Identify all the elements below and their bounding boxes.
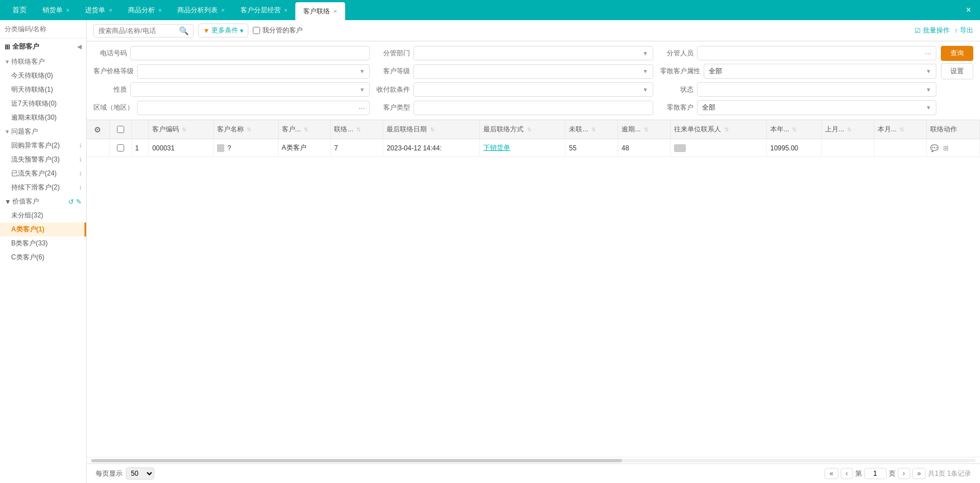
sort-last-month-icon[interactable]: ⇅ [847,126,851,132]
nav-analysis-list[interactable]: 商品分析列表 × [169,0,232,20]
batch-icon: ☑ [915,27,921,35]
col-contact-count[interactable]: 联络... ⇅ [331,120,383,139]
col-customer-type[interactable]: 客户... ⇅ [278,120,331,139]
nav-customer-segment[interactable]: 客户分层经营 × [233,0,295,20]
col-name[interactable]: 客户名称 ⇅ [213,120,278,139]
sort-date-icon[interactable]: ⇅ [430,126,435,132]
dept-select[interactable]: ▼ [413,46,653,60]
my-customers-checkbox[interactable] [253,27,260,34]
sort-unit-icon[interactable]: ⇅ [724,126,729,132]
payment-select[interactable]: ▼ [413,82,653,97]
phone-input[interactable] [130,46,370,60]
search-button[interactable]: 查询 [941,46,973,61]
col-code[interactable]: 客户编码 ⇅ [149,120,214,139]
sort-no-contact-icon[interactable]: ⇅ [591,126,596,132]
sort-overdue-icon[interactable]: ⇅ [644,126,648,132]
nav-home[interactable]: 首页 [4,0,35,20]
comment-action-icon[interactable]: 💬 [930,144,939,152]
collapse-sidebar-icon[interactable]: ◀ [77,44,82,50]
sidebar-item-repurchase-anomaly[interactable]: 回购异常客户(2) ℹ [0,139,86,153]
nav-analysis[interactable]: 商品分析 × [120,0,169,20]
close-sales-tab[interactable]: × [66,7,69,13]
sidebar-item-declining[interactable]: 持续下滑客户(2) ℹ [0,181,86,195]
nature-select[interactable]: ▼ [130,82,370,97]
retail-customer-select[interactable]: 全部 ▼ [697,100,936,115]
col-settings[interactable]: ⚙ [87,120,109,139]
filter-more-btn[interactable]: ▼ 更多条件 ▾ [198,23,248,37]
row-last-method-cell[interactable]: 下销货单 [480,139,566,157]
sidebar-search-input[interactable] [4,25,87,33]
sidebar-item-7days[interactable]: 近7天待联络(0) [0,97,86,111]
refresh-icon[interactable]: ↺ [68,198,74,206]
close-all-btn[interactable]: × [962,5,976,15]
last-page-btn[interactable]: » [912,468,926,479]
col-unit-contact[interactable]: 往来单位联系人 ⇅ [671,120,767,139]
close-customer-segment-tab[interactable]: × [284,7,288,13]
sort-year-icon[interactable]: ⇅ [792,126,797,132]
sidebar-item-unclassified[interactable]: 未分组(32) [0,209,86,222]
sort-name-icon[interactable]: ⇅ [247,126,251,132]
sidebar-item-churned[interactable]: 已流失客户(24) ℹ [0,167,86,181]
col-last-month[interactable]: 上月... ⇅ [822,120,874,139]
nav-sales[interactable]: 销货单 × [35,0,77,20]
col-last-contact-date[interactable]: 最后联络日期 ⇅ [383,120,480,139]
settings-button[interactable]: 设置 [941,63,973,79]
close-purchase-tab[interactable]: × [109,7,112,13]
sidebar-item-churn-warning[interactable]: 流失预警客户(3) ℹ [0,153,86,167]
problem-customers-group[interactable]: ▼ 问题客户 [0,125,86,139]
pending-contact-group[interactable]: ▼ 待联络客户 [0,55,86,69]
sidebar-item-today[interactable]: 今天待联络(0) [0,69,86,83]
close-analysis-list-tab[interactable]: × [221,7,224,13]
scrollbar-thumb[interactable] [91,459,622,462]
filter-row-1: 电话号码 分管部门 ▼ 分管人员 [93,46,936,60]
sort-method-icon[interactable]: ⇅ [527,126,531,132]
row-checkbox[interactable] [117,144,124,151]
price-grade-select[interactable]: ▼ [137,64,370,79]
close-analysis-tab[interactable]: × [158,7,162,13]
sort-this-month-icon[interactable]: ⇅ [899,126,904,132]
col-overdue[interactable]: 逾期... ⇅ [618,120,671,139]
select-all-checkbox[interactable] [117,126,124,133]
edit-icon[interactable]: ✎ [76,198,82,206]
nav-customer-contact[interactable]: 客户联络 × [295,2,345,20]
nav-purchase[interactable]: 进货单 × [77,0,120,20]
customer-grade-arrow-icon: ▼ [643,68,648,74]
horizontal-scrollbar[interactable] [87,457,980,463]
col-this-year[interactable]: 本年... ⇅ [766,120,821,139]
table-settings-icon[interactable]: ⚙ [94,125,101,134]
retail-attr-select[interactable]: 全部 ▼ [704,64,936,79]
batch-operation-btn[interactable]: ☑ 批量操作 [915,26,950,35]
search-input[interactable] [98,27,177,35]
retail-attr-arrow-icon: ▼ [926,68,931,74]
col-no-contact[interactable]: 未联... ⇅ [566,120,618,139]
sidebar-item-tomorrow[interactable]: 明天待联络(1) [0,83,86,97]
all-customers-header[interactable]: ⊞ 全部客户 ◀ [0,39,86,55]
customer-type-input[interactable] [413,101,653,115]
sidebar-item-class-a[interactable]: A类客户(1) [0,222,86,236]
customer-grade-select[interactable]: ▼ [413,64,653,79]
sort-code-icon[interactable]: ⇅ [182,126,186,132]
status-select[interactable]: ▼ [697,82,936,97]
sidebar-item-class-c[interactable]: C类客户(6) [0,250,86,264]
search-icon[interactable]: 🔍 [179,26,189,35]
my-customers-checkbox-label[interactable]: 我分管的客户 [253,26,303,35]
sort-type-icon[interactable]: ⇅ [304,126,308,132]
region-input[interactable]: ··· [137,101,370,115]
col-this-month[interactable]: 本月... ⇅ [874,120,927,139]
export-btn[interactable]: ↑ 导出 [954,26,973,35]
last-method-link[interactable]: 下销货单 [483,144,510,151]
next-page-btn[interactable]: › [898,468,910,479]
sort-contact-icon[interactable]: ⇅ [356,126,361,132]
first-page-btn[interactable]: « [824,468,838,479]
manager-input[interactable]: ··· [697,46,936,60]
sidebar-item-overdue[interactable]: 逾期未联络(30) [0,111,86,125]
page-size-select[interactable]: 50 100 200 [126,467,154,480]
grid-action-icon[interactable]: ⊞ [943,144,949,152]
value-customers-group[interactable]: ▼ 价值客户 ↺ ✎ [0,195,86,209]
prev-page-btn[interactable]: ‹ [841,468,853,479]
page-number-input[interactable] [864,468,887,479]
sidebar-item-class-b[interactable]: B类客户(33) [0,236,86,250]
col-last-contact-method[interactable]: 最后联络方式 ⇅ [480,120,566,139]
close-customer-contact-tab[interactable]: × [333,8,337,15]
action-icons: 💬 ⊞ [930,144,976,152]
